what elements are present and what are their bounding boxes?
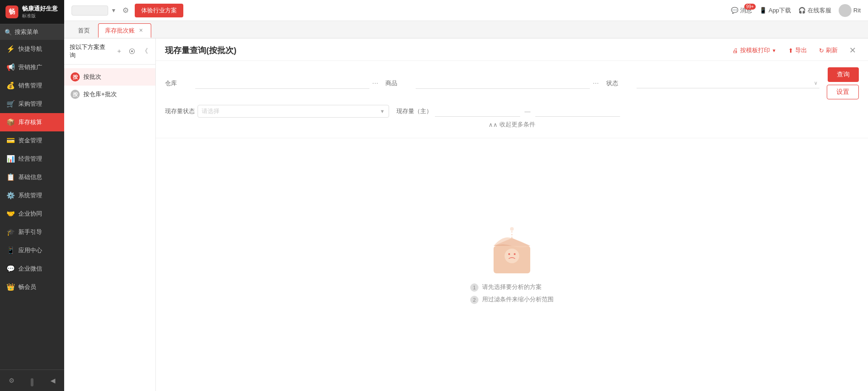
right-panel: 现存量查询(按批次) 🖨 按模板打印 ▼ ⬆ 导出 ↻ 刷新 (156, 38, 868, 391)
goods-label: 商品 (385, 79, 413, 87)
settings-gear-btn[interactable]: ⚙ (6, 375, 16, 386)
export-btn[interactable]: ⬆ 导出 (785, 44, 811, 56)
sidebar-item-operations[interactable]: 📊 经营管理 (0, 150, 64, 168)
quick-nav-icon: ⚡ (6, 45, 15, 53)
purchase-icon: 🛒 (6, 100, 15, 108)
collapse-left-btn[interactable]: 《 (140, 46, 150, 56)
tip-text-2: 用过滤条件来缩小分析范围 (482, 295, 554, 304)
content-area: 按以下方案查询 ＋ 《 按 按批次 (64, 38, 868, 391)
svg-point-7 (510, 227, 514, 231)
basic-icon: 📋 (6, 173, 15, 181)
message-btn[interactable]: 💬 消息 99+ (731, 6, 752, 15)
app-subtitle: 标准版 (22, 13, 58, 19)
message-icon: 💬 (731, 7, 738, 14)
svg-point-1 (131, 50, 133, 52)
search-menu-label: 搜索菜单 (15, 28, 38, 36)
main-area: ▼ ⚙ 体验行业方案 💬 消息 99+ 📱 App下载 🎧 在线客服 Ri (64, 0, 868, 391)
sidebar-item-enterprise[interactable]: 🤝 企业协同 (0, 205, 64, 223)
inventory-icon: 📦 (6, 118, 15, 126)
sidebar-item-basic[interactable]: 📋 基础信息 (0, 168, 64, 186)
svg-point-3 (505, 249, 519, 263)
sidebar-item-label: 营销推广 (18, 63, 42, 71)
goods-input[interactable] (416, 78, 590, 89)
app-download-btn[interactable]: 📱 App下载 (759, 6, 791, 15)
status-label: 状态 (606, 79, 634, 87)
home-tab-label: 首页 (78, 27, 90, 35)
sidebar-item-app-center[interactable]: 📱 应用中心 (0, 241, 64, 260)
online-service-btn[interactable]: 🎧 在线客服 (798, 6, 831, 15)
goods-field: 商品 ··· (385, 78, 599, 89)
sidebar-item-label: 经营管理 (18, 155, 42, 163)
sales-icon: 💰 (6, 81, 15, 90)
sidebar-item-marketing[interactable]: 📢 营销推广 (0, 58, 64, 76)
user-name: Rit (853, 7, 861, 14)
sidebar-item-quick-nav[interactable]: ⚡ 快捷导航 (0, 40, 64, 58)
online-service-label: 在线客服 (808, 6, 831, 15)
left-panel: 按以下方案查询 ＋ 《 按 按批次 (64, 38, 156, 391)
trial-btn[interactable]: 体验行业方案 (135, 4, 183, 17)
stock-qty-field: 现存量（主） — (396, 106, 621, 117)
sidebar-collapse-btn[interactable]: ◀ (48, 375, 58, 386)
scheme-item-by-warehouse-batch[interactable]: 按 按仓库+批次 (64, 86, 155, 103)
stock-qty-min-input[interactable] (435, 106, 520, 117)
stock-status-field: 现存量状态 请选择 ▼ (165, 105, 389, 118)
scheme-label: 按仓库+批次 (83, 90, 117, 98)
goods-dots-btn[interactable]: ··· (593, 79, 599, 87)
collapse-label: 收起更多条件 (500, 120, 535, 129)
sidebar-item-purchase[interactable]: 🛒 采购管理 (0, 95, 64, 113)
app-logo: 畅 (5, 5, 18, 18)
sidebar-item-label: 快捷导航 (18, 45, 42, 53)
scheme-icon-gray: 按 (71, 90, 80, 99)
sidebar-footer: ⚙ ◀ (0, 369, 64, 391)
tab-home[interactable]: 首页 (71, 23, 96, 38)
sidebar-item-finance[interactable]: 💳 资金管理 (0, 131, 64, 150)
sidebar-item-system[interactable]: ⚙️ 系统管理 (0, 186, 64, 205)
page-title: 现存量查询(按批次) (165, 45, 236, 56)
breadcrumb-input[interactable] (71, 5, 108, 16)
add-scheme-btn[interactable]: ＋ (114, 46, 124, 56)
sidebar-item-sales[interactable]: 💰 销售管理 (0, 76, 64, 95)
stock-qty-dash: — (523, 108, 533, 115)
print-btn[interactable]: 🖨 按模板打印 ▼ (729, 44, 780, 56)
sidebar: 畅 畅康通好生意 标准版 🔍 搜索菜单 ⚡ 快捷导航 📢 营销推广 💰 销售管理… (0, 0, 64, 391)
tab-close-btn[interactable]: ✕ (137, 27, 144, 34)
sidebar-item-label: 畅会员 (18, 283, 36, 291)
warehouse-dots-btn[interactable]: ··· (372, 79, 378, 87)
print-label: 按模板打印 (740, 46, 770, 54)
refresh-btn[interactable]: ↻ 刷新 (815, 44, 841, 56)
query-btn[interactable]: 查询 (828, 67, 859, 82)
sidebar-item-wechat[interactable]: 💬 企业微信 (0, 260, 64, 278)
sidebar-item-guide[interactable]: 🎓 新手引导 (0, 223, 64, 241)
warehouse-input[interactable] (195, 78, 369, 89)
search-menu[interactable]: 🔍 搜索菜单 (0, 24, 64, 40)
collapse-bar[interactable]: ∧∧ 收起更多条件 (165, 118, 859, 131)
user-area[interactable]: Rit (839, 4, 861, 17)
sidebar-item-inventory[interactable]: 📦 库存核算 (0, 113, 64, 131)
scheme-list: 按 按批次 按 按仓库+批次 (64, 65, 155, 107)
svg-point-4 (508, 253, 510, 255)
stock-qty-max-input[interactable] (535, 106, 621, 117)
sidebar-item-label: 基础信息 (18, 173, 42, 181)
settings-btn[interactable]: 设置 (827, 85, 859, 99)
left-panel-header: 按以下方案查询 ＋ 《 (64, 38, 155, 65)
finance-icon: 💳 (6, 136, 15, 145)
scheme-item-by-batch[interactable]: 按 按批次 (64, 68, 155, 86)
breadcrumb-dropdown-icon[interactable]: ▼ (111, 7, 116, 14)
export-icon: ⬆ (788, 47, 793, 54)
status-dropdown[interactable]: ∨ (637, 78, 819, 88)
sidebar-item-label: 库存核算 (18, 118, 42, 126)
stock-status-dropdown[interactable]: 请选择 ▼ (198, 105, 389, 118)
btn-column: 查询 设置 (827, 67, 859, 99)
collapse-up-icon: ∧∧ (489, 121, 498, 128)
sidebar-item-label: 销售管理 (18, 81, 42, 90)
operations-icon: 📊 (6, 155, 15, 163)
print-dropdown-icon[interactable]: ▼ (772, 48, 776, 53)
sidebar-scroll[interactable] (31, 378, 33, 386)
topbar-gear-btn[interactable]: ⚙ (119, 4, 132, 17)
sidebar-item-member[interactable]: 👑 畅会员 (0, 278, 64, 296)
empty-illustration (484, 225, 539, 276)
page-close-row (853, 38, 868, 48)
scheme-settings-btn[interactable] (127, 46, 137, 56)
tab-batch-inventory[interactable]: 库存批次账 ✕ (98, 23, 151, 38)
empty-svg (484, 225, 539, 276)
